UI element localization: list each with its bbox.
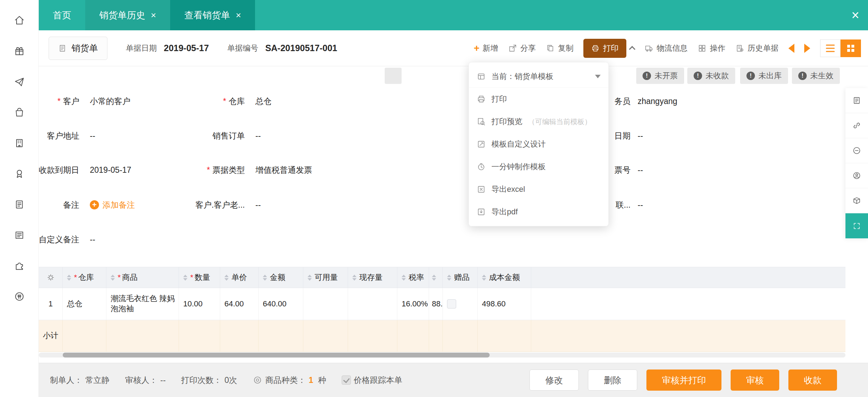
header-tax-rate[interactable]: 税率: [397, 267, 429, 288]
share-button[interactable]: 分享: [508, 43, 536, 54]
operate-button[interactable]: 操作: [698, 43, 725, 54]
sort-icon: [447, 275, 451, 281]
share-icon: [508, 44, 517, 53]
grid-view-button[interactable]: [841, 39, 861, 57]
expand-icon: [852, 221, 861, 231]
app-window: 首页 销货单历史 查看销货单 销货单 单据日期 2019-05-17 单据编号 …: [0, 0, 868, 397]
header-product[interactable]: *商品: [106, 267, 179, 288]
header-amount[interactable]: 金额: [259, 267, 303, 288]
nav-new-button[interactable]: [0, 281, 39, 312]
building-icon: [14, 138, 25, 149]
header-stock[interactable]: 现存量: [348, 267, 397, 288]
doc-type-tab[interactable]: 销货单: [49, 37, 107, 60]
horizontal-scrollbar-thumb[interactable]: [63, 353, 490, 358]
salesman-value: zhangyang: [638, 92, 677, 110]
logistics-button[interactable]: 物流信息: [644, 43, 688, 54]
plus-icon: [474, 43, 479, 53]
history-docs-button[interactable]: 历史单据: [735, 43, 779, 54]
menu-item-print[interactable]: 打印: [469, 88, 608, 110]
print-count-info: 打印次数：0次: [181, 375, 237, 386]
cell-filler: [531, 288, 845, 320]
menu-item-export-pdf[interactable]: 导出pdf: [469, 201, 608, 223]
nav-sales-button[interactable]: [0, 66, 39, 97]
nav-reports-button[interactable]: [0, 220, 39, 250]
nav-orders-button[interactable]: [0, 189, 39, 220]
audit-button[interactable]: 审核: [731, 369, 779, 391]
excel-export-icon: [477, 185, 486, 194]
table-settings-cell[interactable]: [39, 267, 63, 288]
creator-info: 制单人：常立静: [50, 375, 110, 386]
next-document-button[interactable]: [804, 44, 810, 53]
footer-bar: 制单人：常立静 审核人：-- 打印次数：0次 商品种类：1种 价格跟踪本单 修改…: [39, 363, 868, 397]
user-button[interactable]: [845, 163, 868, 188]
document-form: *客户 小常的客户 *仓库 总仓 务员 zhangyang 客户地址 -- 销售…: [39, 86, 845, 262]
prev-document-button[interactable]: [788, 44, 794, 53]
document-toolbar: 销货单 单据日期 2019-05-17 单据编号 SA-20190517-001…: [39, 30, 868, 66]
cell-amount: 640.00: [259, 288, 303, 320]
copy-button[interactable]: 复制: [546, 43, 574, 54]
print-button[interactable]: 打印: [583, 39, 626, 58]
header-warehouse[interactable]: *仓库: [63, 267, 106, 288]
cell-gift: [443, 288, 478, 320]
table-row[interactable]: 1 总仓 潮流毛衣红色 辣妈泡泡袖 10.00 64.00 640.00 16.…: [39, 288, 845, 320]
delete-button[interactable]: 删除: [588, 369, 637, 391]
menu-item-hint: （可编辑当前模板）: [528, 117, 591, 127]
plus-circle-icon: [90, 200, 99, 209]
header-cost-amount[interactable]: 成本金额: [478, 267, 531, 288]
close-tab-icon[interactable]: [236, 11, 241, 20]
tab-home[interactable]: 首页: [39, 0, 85, 30]
menu-item-print-preview[interactable]: 打印预览 （可编辑当前模板）: [469, 110, 608, 133]
customer-custom-field-label: 客户.客户老...: [162, 196, 245, 214]
product-kinds-info: 商品种类：1种: [253, 375, 326, 386]
sales-order-value: --: [255, 127, 261, 145]
nav-warehouse-button[interactable]: [0, 128, 39, 158]
nav-apps-button[interactable]: [0, 250, 39, 281]
header-gift[interactable]: 赠品: [443, 267, 478, 288]
list-view-button[interactable]: [820, 39, 841, 57]
tab-sales-history[interactable]: 销货单历史: [85, 0, 170, 30]
menu-item-export-excel[interactable]: 导出excel: [469, 178, 608, 201]
doc-type-label: 销货单: [72, 42, 98, 54]
menu-item-template-design[interactable]: 模板自定义设计: [469, 133, 608, 155]
menu-item-quick-template[interactable]: 一分钟制作模板: [469, 155, 608, 178]
header-unit-price[interactable]: 单价: [220, 267, 259, 288]
table-header-row: *仓库 *商品 *数量 单价 金额 可用量 现存量 税率 赠品 成本金额: [39, 267, 845, 288]
status-badge-partial: [385, 68, 402, 84]
gift-checkbox[interactable]: [447, 299, 456, 309]
menu-item-current-template[interactable]: 当前：销货单模板: [469, 65, 608, 88]
template-icon: [477, 72, 486, 81]
nav-customer-button[interactable]: [0, 158, 39, 189]
horizontal-scrollbar-track[interactable]: [39, 353, 845, 358]
new-feature-icon: [14, 291, 25, 302]
date-value: --: [638, 127, 643, 145]
custom-remark-value: --: [90, 231, 95, 248]
audit-and-print-button[interactable]: 审核并打印: [646, 369, 721, 391]
sort-icon: [352, 275, 356, 281]
collapse-caret-icon[interactable]: [629, 46, 635, 52]
collect-payment-button[interactable]: 收款: [788, 369, 837, 391]
nav-purchase-button[interactable]: [0, 97, 39, 128]
package-button[interactable]: [845, 188, 868, 213]
link-button[interactable]: [845, 113, 868, 138]
add-remark-link[interactable]: 添加备注: [90, 196, 135, 214]
subtotal-row: 小计: [39, 320, 845, 352]
nav-products-button[interactable]: [0, 36, 39, 66]
modify-button[interactable]: 修改: [529, 369, 579, 391]
gear-icon: [46, 273, 55, 282]
header-quantity[interactable]: *数量: [179, 267, 220, 288]
close-window-icon[interactable]: [845, 0, 866, 30]
disable-button[interactable]: [845, 138, 868, 163]
add-new-button[interactable]: 新增: [474, 43, 498, 54]
notes-button[interactable]: [845, 88, 868, 113]
header-discount[interactable]: [429, 267, 443, 288]
price-track-checkbox[interactable]: [342, 375, 351, 385]
view-toggle: [820, 39, 861, 57]
nav-home-button[interactable]: [0, 5, 39, 36]
print-dropdown-menu: 当前：销货单模板 打印 打印预览 （可编辑当前模板） 模板自定义设计 一分钟制作…: [469, 62, 609, 226]
invoice-type-label: *票据类型: [162, 161, 245, 179]
tab-view-sales-order[interactable]: 查看销货单: [170, 0, 255, 30]
expand-button[interactable]: [845, 213, 868, 238]
status-badge-unshipped: 未出库: [740, 68, 788, 84]
close-tab-icon[interactable]: [151, 11, 156, 20]
header-available[interactable]: 可用量: [303, 267, 348, 288]
